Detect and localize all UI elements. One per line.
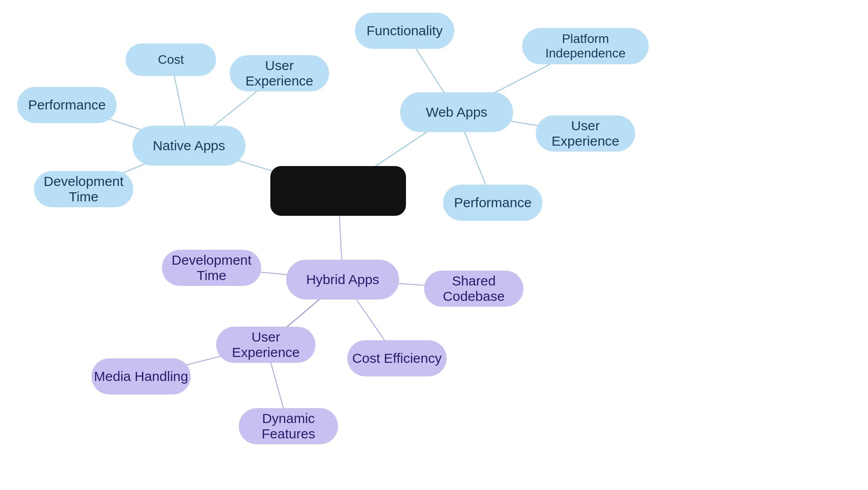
hybrid-apps-node: Hybrid Apps xyxy=(286,260,399,300)
hybrid-media-handling-node: Media Handling xyxy=(91,358,191,395)
web-performance-node: Performance xyxy=(443,185,542,221)
hybrid-dynamic-features-node: Dynamic Features xyxy=(239,408,338,444)
center-node xyxy=(270,166,406,216)
web-user-experience-node: User Experience xyxy=(536,115,635,152)
web-functionality-node: Functionality xyxy=(355,13,454,49)
hybrid-cost-efficiency-node: Cost Efficiency xyxy=(347,340,447,376)
native-development-time-node: Development Time xyxy=(34,171,133,207)
hybrid-shared-codebase-node: Shared Codebase xyxy=(424,271,524,307)
native-performance-node: Performance xyxy=(17,87,117,123)
native-cost-node: Cost xyxy=(126,43,216,76)
hybrid-development-time-node: Development Time xyxy=(162,250,261,286)
web-platform-independence-node: Platform Independence xyxy=(522,28,649,64)
native-user-experience-node: User Experience xyxy=(230,55,329,91)
web-apps-node: Web Apps xyxy=(400,92,513,132)
native-apps-node: Native Apps xyxy=(132,126,245,166)
hybrid-user-experience-node: User Experience xyxy=(216,327,316,363)
